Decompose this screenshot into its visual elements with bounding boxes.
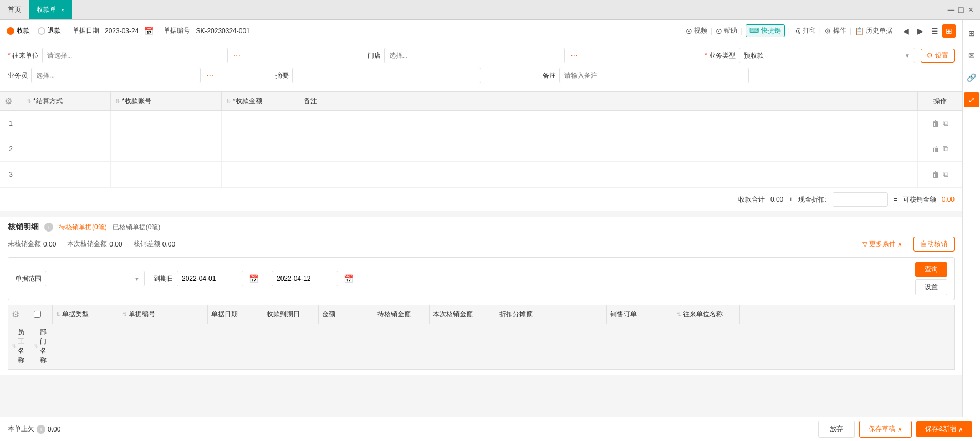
- td-amount-2[interactable]: [222, 136, 299, 161]
- next-icon[interactable]: ▶: [913, 24, 927, 38]
- tab-receipt[interactable]: 收款单 ×: [29, 0, 72, 19]
- td-settle-3[interactable]: [22, 162, 111, 187]
- amount-input-2[interactable]: [226, 140, 294, 158]
- td-remark-3[interactable]: [299, 162, 918, 187]
- video-action[interactable]: ⊙ 视频: [686, 26, 707, 35]
- business-type-value: 预收款: [744, 51, 764, 60]
- td-account-1[interactable]: [111, 111, 222, 136]
- window-close-icon[interactable]: ×: [968, 5, 973, 15]
- due-date-from-calendar-icon[interactable]: 📅: [249, 274, 258, 283]
- prev-icon[interactable]: ◀: [899, 24, 912, 38]
- staff-input[interactable]: [31, 68, 201, 83]
- summary-input[interactable]: [292, 68, 481, 83]
- total-value: 0.00: [770, 196, 783, 203]
- th-amount-label: *收款金额: [233, 96, 262, 106]
- done-link[interactable]: 已核销单据(0笔): [113, 223, 161, 232]
- copy-row-2-icon[interactable]: ⧉: [943, 144, 948, 153]
- td-account-2[interactable]: [111, 136, 222, 161]
- delete-row-2-icon[interactable]: 🗑: [932, 145, 940, 153]
- sub-table-select-all[interactable]: [34, 311, 41, 318]
- grid-icon[interactable]: ⊞: [942, 24, 956, 38]
- store-more-icon[interactable]: ···: [570, 51, 578, 60]
- this-order-info-icon[interactable]: i: [37, 425, 45, 434]
- store-input[interactable]: [384, 48, 565, 63]
- business-type-select[interactable]: 预收款 ▼: [739, 48, 915, 63]
- row-remark-input-2[interactable]: [304, 140, 913, 158]
- sidebar-email-icon[interactable]: ✉: [964, 48, 979, 63]
- td-settle-1[interactable]: [22, 111, 111, 136]
- staff-label: 业务员: [8, 71, 28, 80]
- account-input-2[interactable]: [115, 140, 217, 158]
- copy-row-1-icon[interactable]: ⧉: [943, 119, 948, 128]
- staff-more-icon[interactable]: ···: [206, 71, 213, 80]
- td-remark-1[interactable]: [299, 111, 918, 136]
- settings-button[interactable]: ⚙ 设置: [921, 49, 955, 63]
- td-settle-2[interactable]: [22, 136, 111, 161]
- row-remark-input-3[interactable]: [304, 165, 913, 183]
- row-remark-input-1[interactable]: [304, 114, 913, 132]
- shortcut-button[interactable]: ⌨ 快捷键: [746, 24, 784, 37]
- settle-input-3[interactable]: [27, 165, 106, 183]
- tab-home-label: 首页: [8, 5, 21, 14]
- save-new-button[interactable]: 保存&新增 ∧: [916, 421, 972, 437]
- window-maximize-icon[interactable]: □: [958, 5, 964, 15]
- remark-input[interactable]: [559, 68, 748, 83]
- th-settle: ⇅ *结算方式: [22, 92, 111, 110]
- account-input-1[interactable]: [115, 114, 217, 132]
- due-date-to-calendar-icon[interactable]: 📅: [344, 274, 353, 283]
- tab-home[interactable]: 首页: [0, 0, 29, 19]
- save-new-arrow: ∧: [958, 425, 963, 433]
- td-remark-2[interactable]: [299, 136, 918, 161]
- amount-input-3[interactable]: [226, 165, 294, 183]
- receipt-radio[interactable]: 收款: [7, 26, 30, 35]
- due-date-to-input[interactable]: [272, 271, 338, 286]
- filter-settings-button[interactable]: 设置: [915, 279, 947, 295]
- delete-row-3-icon[interactable]: 🗑: [932, 170, 940, 179]
- td-amount-1[interactable]: [222, 111, 299, 136]
- range-select[interactable]: ▼: [45, 271, 145, 286]
- copy-row-3-icon[interactable]: ⧉: [943, 170, 948, 179]
- delete-row-1-icon[interactable]: 🗑: [932, 119, 940, 128]
- date-calendar-icon[interactable]: 📅: [144, 27, 154, 35]
- td-amount-3[interactable]: [222, 162, 299, 187]
- history-action[interactable]: 📋 历史单据: [855, 26, 892, 35]
- due-date-label: 到期日: [154, 274, 173, 284]
- pending-link[interactable]: 待核销单据(0笔): [59, 223, 107, 232]
- partner-more-icon[interactable]: ···: [233, 51, 241, 60]
- diff-stat: 核销差额 0.00: [134, 239, 175, 249]
- operation-action[interactable]: ⚙ 操作: [824, 26, 846, 35]
- help-action[interactable]: ⊙ 帮助: [716, 26, 737, 35]
- filter-icon: ▽: [862, 240, 867, 248]
- sidebar-expand-icon[interactable]: ⤢: [964, 92, 979, 107]
- auto-verify-button[interactable]: 自动核销: [913, 237, 955, 252]
- due-date-from-input[interactable]: [177, 271, 243, 286]
- plus-sign: +: [789, 196, 793, 203]
- partner-input[interactable]: [42, 48, 228, 63]
- list-icon[interactable]: ☰: [928, 24, 941, 38]
- print-action[interactable]: 🖨 打印: [793, 26, 816, 35]
- query-button[interactable]: 查询: [915, 262, 947, 277]
- sidebar-table-icon[interactable]: ⊞: [964, 25, 979, 41]
- tab-close-icon[interactable]: ×: [61, 7, 64, 13]
- save-draft-button[interactable]: 保存草稿 ∧: [859, 421, 912, 438]
- amount-input-1[interactable]: [226, 114, 294, 132]
- sub-table-gear-icon[interactable]: ⚙: [12, 309, 19, 320]
- refund-radio[interactable]: 退款: [38, 26, 61, 35]
- td-account-3[interactable]: [111, 162, 222, 187]
- settle-input-2[interactable]: [27, 140, 106, 158]
- td-action-1: 🗑 ⧉: [918, 111, 962, 136]
- discard-button[interactable]: 放弃: [818, 421, 855, 438]
- table-gear-icon[interactable]: ⚙: [4, 96, 12, 106]
- sidebar-link-icon[interactable]: 🔗: [964, 70, 979, 85]
- more-conditions-button[interactable]: ▽ 更多条件 ∧: [862, 239, 902, 249]
- discount-input[interactable]: [833, 192, 888, 207]
- window-minimize-icon[interactable]: ─: [948, 5, 954, 15]
- account-input-3[interactable]: [115, 165, 217, 183]
- help-icon: ⊙: [716, 27, 722, 35]
- sub-th-staff: ⇅ 员工名称: [8, 324, 30, 369]
- verify-info-icon[interactable]: i: [44, 223, 53, 232]
- staff-sort-icon: ⇅: [12, 343, 16, 349]
- settle-input-1[interactable]: [27, 114, 106, 132]
- form-row-1: 往来单位 ··· 门店 ··· 业务类型 预收款 ▼ ⚙ 设置: [8, 48, 955, 63]
- operation-icon: ⚙: [824, 27, 831, 35]
